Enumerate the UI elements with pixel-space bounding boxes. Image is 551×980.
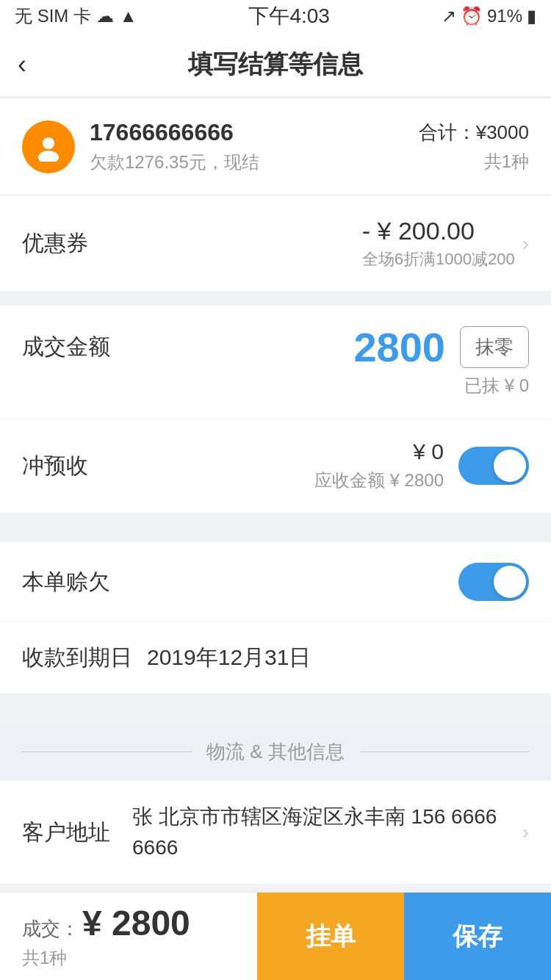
prepay-amount: ¥ 0 (314, 439, 444, 464)
pending-button[interactable]: 挂单 (257, 893, 404, 980)
coupon-row[interactable]: 优惠券 - ¥ 200.00 全场6折满1000减200 › (0, 196, 551, 291)
address-section[interactable]: 客户地址 张 北京市市辖区海淀区永丰南 156 6666 6666 › (0, 781, 551, 884)
coupon-amount: - ¥ 200.00 (362, 217, 515, 245)
user-sub-text: 欠款1276.35元，现结 (90, 151, 259, 174)
bad-debt-label: 本单赊欠 (22, 567, 110, 597)
nav-bar: ‹ 填写结算等信息 (0, 32, 551, 97)
bad-debt-row: 本单赊欠 (22, 563, 529, 601)
section-divider-3 (0, 693, 551, 708)
coupon-label: 优惠券 (22, 228, 88, 259)
prepay-toggle-knob (494, 450, 526, 482)
user-card: 17666666666 欠款1276.35元，现结 合计：¥3000 共1种 (0, 98, 551, 195)
coupon-chevron-icon: › (522, 232, 529, 256)
bad-debt-section: 本单赊欠 (0, 542, 551, 621)
user-left: 17666666666 欠款1276.35元，现结 (22, 119, 259, 174)
status-bar: 无 SIM 卡 ☁ ▲ 下午4:03 ↗ ⏰ 91% ▮ (0, 0, 551, 32)
status-time: 下午4:03 (248, 2, 330, 30)
user-total: 合计：¥3000 共1种 (419, 120, 529, 173)
prepay-section: 冲预收 ¥ 0 应收金额 ¥ 2800 (0, 419, 551, 513)
bad-debt-toggle-knob (494, 566, 526, 598)
svg-point-1 (38, 151, 59, 162)
battery-text: 91% (487, 6, 522, 26)
footer-amount: ¥ 2800 (82, 903, 190, 943)
coupon-desc: 全场6折满1000减200 (362, 248, 515, 270)
section-divider-2 (0, 513, 551, 527)
deal-amount-value: 2800 (353, 327, 445, 368)
save-button[interactable]: 保存 (404, 893, 551, 980)
total-amount: 合计：¥3000 (419, 120, 529, 145)
footer: 成交： ¥ 2800 共1种 挂单 保存 (0, 892, 551, 980)
footer-deal-label: 成交： (22, 916, 79, 942)
prepay-row: 冲预收 ¥ 0 应收金额 ¥ 2800 (22, 439, 529, 492)
prepay-toggle[interactable] (458, 447, 529, 485)
bad-debt-toggle[interactable] (458, 563, 529, 601)
deal-amount-row: 成交金额 2800 抹零 (22, 326, 529, 368)
due-date-value: 2019年12月31日 (147, 643, 311, 673)
section-divider-1 (0, 291, 551, 306)
address-value: 张 北京市市辖区海淀区永丰南 156 6666 6666 (132, 801, 515, 863)
due-date-row: 收款到期日 2019年12月31日 (22, 643, 529, 673)
avatar (22, 120, 75, 173)
footer-count: 共1种 (22, 946, 235, 970)
address-label: 客户地址 (22, 818, 110, 848)
due-date-label: 收款到期日 (22, 643, 132, 673)
svg-point-0 (43, 137, 54, 149)
no-sim-text: 无 SIM 卡 ☁ (15, 4, 114, 28)
coupon-right: - ¥ 200.00 全场6折满1000减200 › (362, 217, 529, 270)
status-left: 无 SIM 卡 ☁ ▲ (15, 4, 137, 28)
prepay-sub: 应收金额 ¥ 2800 (314, 469, 444, 492)
logistics-title: 物流 & 其他信息 (192, 739, 359, 765)
footer-deal-row: 成交： ¥ 2800 (22, 903, 235, 943)
address-row: 客户地址 张 北京市市辖区海淀区永丰南 156 6666 6666 › (22, 801, 529, 863)
deal-amount-right: 2800 抹零 (353, 326, 529, 368)
user-info: 17666666666 欠款1276.35元，现结 (90, 119, 259, 174)
alarm-icon: ⏰ (461, 6, 483, 26)
deal-amount-label: 成交金额 (22, 332, 110, 362)
divider-left (22, 752, 192, 752)
deal-amount-sub: 已抹 ¥ 0 (22, 374, 529, 397)
status-right: ↗ ⏰ 91% ▮ (442, 6, 536, 26)
user-phone: 17666666666 (90, 119, 259, 146)
total-count: 共1种 (419, 150, 529, 173)
page-title: 填写结算等信息 (188, 48, 363, 82)
back-button[interactable]: ‹ (18, 49, 26, 80)
round-off-button[interactable]: 抹零 (460, 326, 529, 368)
prepay-right: ¥ 0 应收金额 ¥ 2800 (314, 439, 529, 492)
wifi-icon: ▲ (120, 6, 137, 26)
battery-icon: ▮ (527, 6, 536, 26)
due-date-section: 收款到期日 2019年12月31日 (0, 622, 551, 693)
footer-info: 成交： ¥ 2800 共1种 (0, 903, 257, 970)
prepay-label: 冲预收 (22, 451, 88, 481)
divider-right (359, 752, 529, 752)
address-chevron-icon: › (522, 821, 529, 844)
deal-amount-section: 成交金额 2800 抹零 已抹 ¥ 0 (0, 306, 551, 418)
logistics-header: 物流 & 其他信息 (0, 723, 551, 781)
location-icon: ↗ (442, 6, 456, 26)
